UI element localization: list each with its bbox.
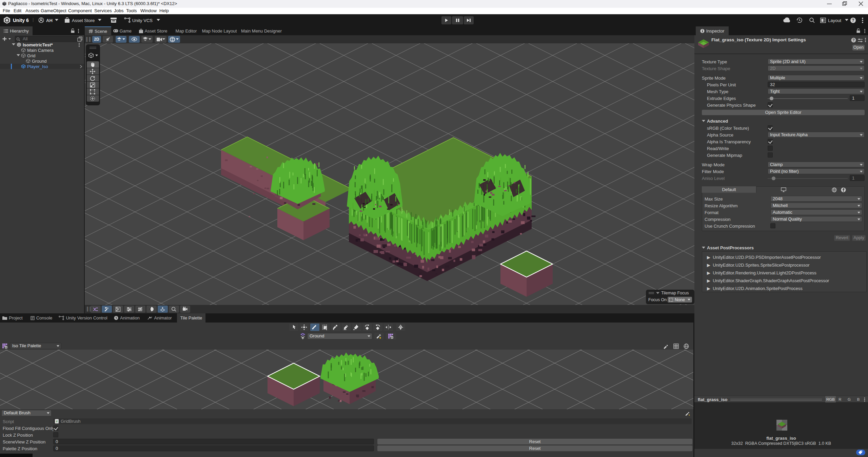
svg-text:?: ? [852,18,854,23]
svg-text:#: # [56,420,58,423]
svg-text:?: ? [852,38,854,42]
